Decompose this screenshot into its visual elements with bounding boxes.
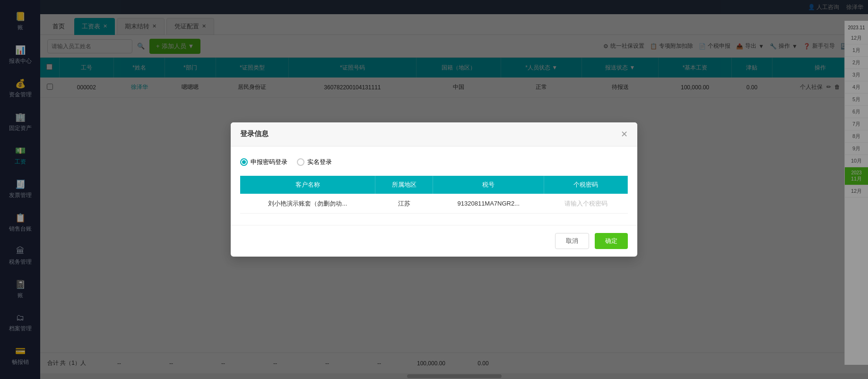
radio-realname-circle [297,158,304,166]
dialog-row-password[interactable]: 请输入个税密码 [544,194,628,214]
login-dialog: 登录信息 ✕ 申报密码登录 实名登录 客户名称 [231,122,637,257]
radio-realname-label: 实名登录 [307,158,332,166]
dialog-col-client: 客户名称 [240,176,375,194]
dialog-table-row: 刘小艳演示账套（勿删勿动... 江苏 91320811MA7NGR2... 请输… [240,194,628,214]
radio-password-circle [240,158,248,166]
radio-group: 申报密码登录 实名登录 [240,158,628,166]
radio-password-login[interactable]: 申报密码登录 [240,158,287,166]
dialog-row-client: 刘小艳演示账套（勿删勿动... [240,194,375,214]
dialog-row-taxno: 91320811MA7NGR2... [433,194,544,214]
confirm-button[interactable]: 确定 [595,233,628,249]
dialog-table: 客户名称 所属地区 税号 个税密码 刘小艳演示账套（勿删勿动... 江苏 913… [240,176,628,214]
dialog-col-password: 个税密码 [544,176,628,194]
dialog-col-region: 所属地区 [375,176,433,194]
dialog-footer: 取消 确定 [231,225,637,257]
dialog-body: 申报密码登录 实名登录 客户名称 所属地区 税号 个税密码 [231,146,637,225]
dialog-overlay: 登录信息 ✕ 申报密码登录 实名登录 客户名称 [0,0,868,379]
cancel-button[interactable]: 取消 [555,233,589,249]
dialog-header: 登录信息 ✕ [231,122,637,146]
dialog-col-taxno: 税号 [433,176,544,194]
radio-password-label: 申报密码登录 [251,158,287,166]
dialog-title: 登录信息 [240,129,269,138]
dialog-close-button[interactable]: ✕ [621,129,628,139]
dialog-row-region: 江苏 [375,194,433,214]
radio-realname-login[interactable]: 实名登录 [297,158,332,166]
